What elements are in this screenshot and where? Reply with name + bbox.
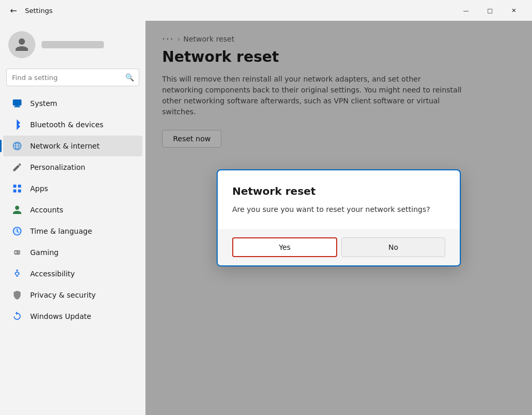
svg-point-17 — [16, 270, 18, 271]
svg-rect-2 — [14, 106, 20, 108]
user-name — [42, 41, 104, 48]
dialog-yes-button[interactable]: Yes — [232, 237, 337, 257]
main-layout: 🔍 SystemBluetooth & devicesNetwork & int… — [0, 21, 532, 415]
privacy-icon — [11, 289, 23, 301]
close-button[interactable]: ✕ — [502, 2, 526, 19]
search-input[interactable] — [6, 69, 139, 86]
sidebar-item-apps[interactable]: Apps — [3, 178, 142, 199]
svg-rect-1 — [15, 105, 19, 106]
sidebar-item-label-privacy: Privacy & security — [30, 291, 96, 299]
svg-rect-8 — [14, 185, 17, 188]
sidebar-item-label-personalization: Personalization — [30, 163, 85, 171]
search-box[interactable]: 🔍 — [6, 69, 139, 86]
user-profile — [0, 25, 145, 66]
sidebar-item-personalization[interactable]: Personalization — [3, 157, 142, 178]
dialog-no-button[interactable]: No — [341, 237, 445, 257]
accounts-icon — [11, 204, 23, 216]
sidebar-item-privacy[interactable]: Privacy & security — [3, 285, 142, 305]
sidebar-item-label-time: Time & language — [30, 227, 92, 235]
sidebar-item-windows-update[interactable]: Windows Update — [3, 306, 142, 327]
content-area: ··· › Network reset Network reset This w… — [145, 21, 532, 415]
sidebar-item-label-accounts: Accounts — [30, 206, 63, 214]
dialog-message: Are you sure you want to reset your netw… — [232, 205, 445, 215]
sidebar-item-label-gaming: Gaming — [30, 248, 59, 257]
sidebar-item-label-apps: Apps — [30, 184, 48, 193]
personalization-icon — [11, 162, 23, 173]
dialog-title: Network reset — [232, 185, 445, 197]
network-icon — [11, 140, 23, 152]
sidebar-item-label-system: System — [30, 99, 57, 108]
network-reset-dialog: Network reset Are you sure you want to r… — [217, 169, 461, 267]
bluetooth-icon — [11, 119, 23, 130]
nav-list: SystemBluetooth & devicesNetwork & inter… — [0, 92, 145, 327]
apps-icon — [11, 183, 23, 194]
windows-update-icon — [11, 311, 23, 322]
svg-rect-10 — [14, 190, 17, 193]
maximize-button[interactable]: □ — [478, 2, 502, 19]
svg-rect-11 — [18, 190, 21, 193]
svg-point-15 — [18, 251, 19, 252]
sidebar-item-system[interactable]: System — [3, 93, 142, 114]
accessibility-icon — [11, 268, 23, 279]
sidebar-item-label-windows-update: Windows Update — [30, 312, 91, 320]
sidebar-item-accounts[interactable]: Accounts — [3, 199, 142, 220]
sidebar: 🔍 SystemBluetooth & devicesNetwork & int… — [0, 21, 145, 415]
sidebar-item-gaming[interactable]: Gaming — [3, 242, 142, 263]
titlebar: ← Settings — □ ✕ — [0, 0, 532, 21]
sidebar-item-bluetooth[interactable]: Bluetooth & devices — [3, 114, 142, 135]
sidebar-item-accessibility[interactable]: Accessibility — [3, 263, 142, 284]
back-button[interactable]: ← — [6, 3, 21, 18]
sidebar-item-label-accessibility: Accessibility — [30, 270, 75, 278]
modal-overlay: Network reset Are you sure you want to r… — [145, 21, 532, 415]
dialog-footer: Yes No — [218, 229, 460, 265]
svg-rect-9 — [18, 185, 21, 188]
window-controls: — □ ✕ — [454, 2, 526, 19]
avatar — [8, 31, 35, 58]
system-icon — [11, 98, 23, 109]
svg-point-16 — [19, 252, 20, 253]
minimize-button[interactable]: — — [454, 2, 478, 19]
time-icon — [11, 225, 23, 237]
sidebar-item-label-bluetooth: Bluetooth & devices — [30, 121, 103, 129]
app-title: Settings — [25, 7, 454, 15]
sidebar-item-network[interactable]: Network & internet — [3, 136, 142, 156]
sidebar-item-label-network: Network & internet — [30, 142, 100, 150]
gaming-icon — [11, 247, 23, 258]
search-icon: 🔍 — [125, 73, 134, 82]
sidebar-item-time[interactable]: Time & language — [3, 221, 142, 242]
svg-rect-0 — [13, 100, 22, 106]
